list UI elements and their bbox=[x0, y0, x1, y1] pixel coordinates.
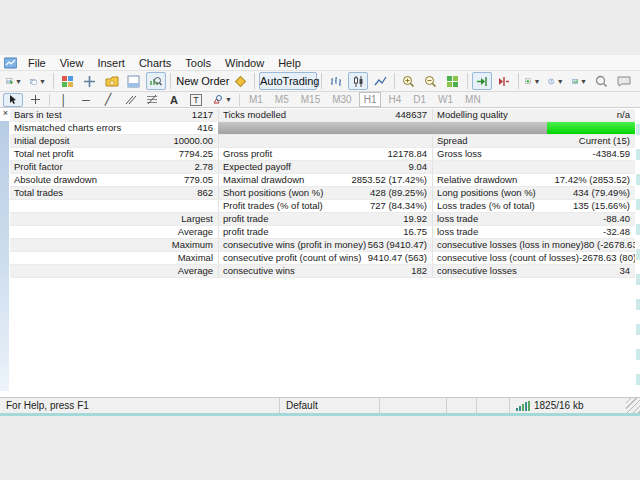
label-tool-button[interactable]: T bbox=[186, 93, 206, 107]
timeframe-m5-button[interactable]: M5 bbox=[270, 92, 294, 107]
cell-value: 448637 bbox=[395, 109, 432, 121]
report-row[interactable]: Averageconsecutive wins182consecutive lo… bbox=[10, 265, 635, 278]
dropdown-caret-icon[interactable]: ▼ bbox=[39, 78, 46, 85]
timeframe-mn-button[interactable]: MN bbox=[460, 92, 486, 107]
timeframe-w1-button[interactable]: W1 bbox=[433, 92, 458, 107]
chart-shift-button[interactable] bbox=[494, 72, 514, 90]
bar-chart-button[interactable] bbox=[326, 72, 346, 90]
status-profile[interactable]: Default bbox=[280, 398, 380, 413]
report-row[interactable]: Initial deposit10000.00SpreadCurrent (15… bbox=[10, 135, 635, 148]
timeframe-h4-button[interactable]: H4 bbox=[383, 92, 406, 107]
dropdown-caret-icon[interactable]: ▼ bbox=[557, 78, 564, 85]
zoom-out-button[interactable] bbox=[421, 72, 441, 90]
report-cell: Maximum bbox=[10, 239, 218, 251]
chat-icon bbox=[617, 75, 631, 88]
report-row[interactable]: Mismatched charts errors416 bbox=[10, 122, 635, 135]
timeframe-m1-button[interactable]: M1 bbox=[244, 92, 268, 107]
cell-value: 1217 bbox=[192, 109, 218, 121]
menu-file[interactable]: File bbox=[21, 56, 53, 70]
strategy-tester-button[interactable] bbox=[146, 72, 166, 90]
zoom-in-button[interactable] bbox=[399, 72, 419, 90]
report-row[interactable]: Bars in test1217Ticks modelled448637Mode… bbox=[10, 109, 635, 122]
new-order-button[interactable]: New Order bbox=[174, 72, 228, 90]
trendline-tool-button[interactable]: ╱ bbox=[98, 93, 118, 107]
toolbar-separator bbox=[394, 73, 395, 89]
cell-label: loss trade bbox=[433, 213, 478, 225]
report-row[interactable]: Averageprofit trade16.75loss trade-32.48 bbox=[10, 226, 635, 239]
fibonacci-tool-button[interactable] bbox=[142, 93, 162, 107]
open-profile-button[interactable]: ▼ bbox=[27, 72, 49, 90]
report-row[interactable]: Absolute drawdown779.05Maximal drawdown2… bbox=[10, 174, 635, 187]
report-row[interactable]: Largestprofit trade19.92loss trade-88.40 bbox=[10, 213, 635, 226]
panel-edge-band[interactable] bbox=[0, 121, 9, 391]
menu-insert[interactable]: Insert bbox=[90, 56, 132, 70]
menu-window[interactable]: Window bbox=[218, 56, 271, 70]
new-chart-button[interactable]: ▼ bbox=[3, 72, 25, 90]
resize-grip[interactable] bbox=[626, 398, 640, 413]
vertical-line-tool-button[interactable]: │ bbox=[54, 93, 74, 107]
report-cell: profit trade19.92 bbox=[218, 213, 432, 225]
cell-value: 727 (84.34%) bbox=[370, 200, 432, 212]
trendline-icon: ╱ bbox=[105, 93, 112, 106]
report-row[interactable]: Total trades862Short positions (won %)42… bbox=[10, 187, 635, 200]
market-watch-button[interactable] bbox=[58, 72, 78, 90]
terminal-button[interactable] bbox=[124, 72, 144, 90]
text-tool-button[interactable]: A bbox=[164, 93, 184, 107]
auto-scroll-button[interactable] bbox=[472, 72, 492, 90]
report-row[interactable]: Total net profit7794.25Gross profit12178… bbox=[10, 148, 635, 161]
search-button[interactable] bbox=[592, 72, 612, 90]
menu-charts[interactable]: Charts bbox=[132, 56, 178, 70]
report-row[interactable]: Maximalconsecutive profit (count of wins… bbox=[10, 252, 635, 265]
right-edge-strip bbox=[636, 110, 640, 394]
timeframe-m30-button[interactable]: M30 bbox=[327, 92, 356, 107]
timeframe-h1-button[interactable]: H1 bbox=[359, 92, 382, 107]
report-cell: consecutive profit (count of wins)9410.4… bbox=[218, 252, 432, 264]
report-row[interactable]: Profit factor2.78Expected payoff9.04 bbox=[10, 161, 635, 174]
cell-value: 434 (79.49%) bbox=[573, 187, 635, 199]
menu-help[interactable]: Help bbox=[271, 56, 308, 70]
cell-label bbox=[433, 161, 437, 173]
status-connection[interactable]: 1825/16 kb bbox=[510, 398, 626, 413]
cell-value: 9.04 bbox=[409, 161, 433, 173]
periods-button[interactable]: ▼ bbox=[545, 72, 566, 90]
dropdown-caret-icon[interactable]: ▼ bbox=[534, 78, 541, 85]
chat-button[interactable] bbox=[614, 72, 634, 90]
timeframe-m15-button[interactable]: M15 bbox=[296, 92, 325, 107]
dropdown-caret-icon[interactable]: ▼ bbox=[580, 78, 587, 85]
cell-label: Initial deposit bbox=[10, 135, 69, 147]
report-row[interactable]: Maximumconsecutive wins (profit in money… bbox=[10, 239, 635, 252]
close-panel-button[interactable]: × bbox=[1, 109, 10, 119]
metaeditor-button[interactable] bbox=[230, 72, 250, 90]
crosshair-tool-button[interactable] bbox=[25, 93, 45, 107]
menu-tools[interactable]: Tools bbox=[178, 56, 218, 70]
cell-label: profit trade bbox=[219, 213, 268, 225]
cell-label: Profit factor bbox=[10, 161, 63, 173]
data-window-button[interactable] bbox=[80, 72, 100, 90]
templates-button[interactable]: ▼ bbox=[569, 72, 590, 90]
channel-tool-button[interactable] bbox=[120, 93, 140, 107]
shapes-tool-button[interactable]: ▼ bbox=[208, 93, 235, 107]
cell-label: Long positions (won %) bbox=[433, 187, 536, 199]
report-cell: SpreadCurrent (15) bbox=[432, 135, 635, 147]
indicators-button[interactable]: ▼ bbox=[522, 72, 543, 90]
dropdown-caret-icon[interactable]: ▼ bbox=[225, 96, 232, 103]
horizontal-line-tool-button[interactable]: ─ bbox=[76, 93, 96, 107]
zoom-out-icon bbox=[424, 75, 437, 88]
navigator-button[interactable] bbox=[102, 72, 122, 90]
cell-label: Profit trades (% of total) bbox=[219, 200, 323, 212]
candlestick-chart-button[interactable] bbox=[348, 72, 368, 90]
modelling-quality-fill bbox=[547, 122, 635, 134]
report-row[interactable]: Profit trades (% of total)727 (84.34%)Lo… bbox=[10, 200, 635, 213]
cell-value: Average bbox=[178, 265, 218, 277]
timeframe-d1-button[interactable]: D1 bbox=[408, 92, 431, 107]
menu-view[interactable]: View bbox=[53, 56, 91, 70]
toolbar-separator bbox=[53, 73, 54, 89]
cell-label bbox=[10, 239, 14, 251]
report-cell: Profit trades (% of total)727 (84.34%) bbox=[218, 200, 432, 212]
line-chart-button[interactable] bbox=[370, 72, 390, 90]
autotrading-button[interactable]: AutoTrading bbox=[259, 72, 317, 90]
tile-windows-button[interactable] bbox=[443, 72, 463, 90]
dropdown-caret-icon[interactable]: ▼ bbox=[15, 78, 22, 85]
cursor-tool-button[interactable] bbox=[3, 93, 23, 107]
report-cell: profit trade16.75 bbox=[218, 226, 432, 238]
